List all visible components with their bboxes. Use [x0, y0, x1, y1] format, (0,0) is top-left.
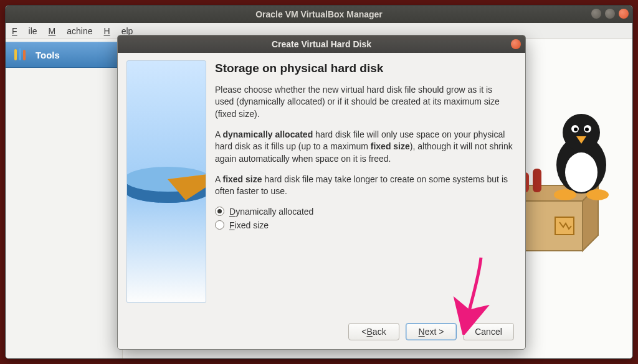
cancel-button[interactable]: Cancel: [463, 323, 514, 340]
sidebar: Tools: [6, 39, 123, 358]
svg-rect-1: [19, 48, 21, 60]
main-titlebar[interactable]: Oracle VM VirtualBox Manager: [6, 6, 632, 23]
svg-rect-0: [14, 49, 17, 60]
dialog-content: Storage on physical hard disk Please cho…: [215, 60, 513, 317]
svg-point-12: [565, 152, 598, 192]
maximize-button[interactable]: [605, 9, 615, 19]
create-disk-dialog: Create Virtual Hard Disk Storage on phys…: [117, 35, 526, 350]
next-button[interactable]: Next >: [406, 323, 457, 340]
svg-point-19: [554, 189, 576, 200]
svg-point-20: [586, 189, 609, 200]
dialog-titlebar[interactable]: Create Virtual Hard Disk: [118, 35, 525, 53]
tools-icon: [13, 47, 29, 62]
dialog-illustration: [126, 60, 206, 303]
radio-fixed[interactable]: [215, 220, 224, 230]
radio-dynamic-label: Dynamically allocated: [229, 207, 313, 217]
minimize-button[interactable]: [591, 9, 601, 19]
menu-machine[interactable]: Machine: [49, 26, 93, 36]
close-button[interactable]: [619, 9, 629, 19]
radio-fixed-label: Fixed size: [229, 220, 269, 230]
svg-point-13: [563, 114, 600, 151]
dialog-para3: A fixed size hard disk file may take lon…: [215, 174, 513, 198]
dialog-para1: Please choose whether the new virtual ha…: [215, 84, 513, 120]
main-window-title: Oracle VM VirtualBox Manager: [255, 9, 383, 19]
radio-fixed-row[interactable]: Fixed size: [215, 220, 513, 230]
dialog-close-button[interactable]: [511, 39, 521, 49]
svg-point-15: [574, 128, 578, 131]
radio-dynamic-row[interactable]: Dynamically allocated: [215, 207, 513, 217]
sidebar-tools-label: Tools: [36, 50, 60, 60]
dialog-para2: A dynamically allocated hard disk file w…: [215, 129, 513, 165]
dialog-button-row: < Back Next > Cancel: [118, 317, 525, 349]
back-button[interactable]: < Back: [348, 323, 399, 340]
svg-point-17: [585, 128, 589, 131]
dialog-heading: Storage on physical hard disk: [215, 62, 513, 75]
sidebar-item-tools[interactable]: Tools: [6, 42, 122, 68]
svg-rect-2: [23, 50, 26, 60]
menu-file[interactable]: File: [12, 26, 37, 36]
svg-rect-8: [533, 169, 541, 192]
radio-dynamic[interactable]: [215, 207, 224, 216]
dialog-title: Create Virtual Hard Disk: [272, 39, 371, 49]
